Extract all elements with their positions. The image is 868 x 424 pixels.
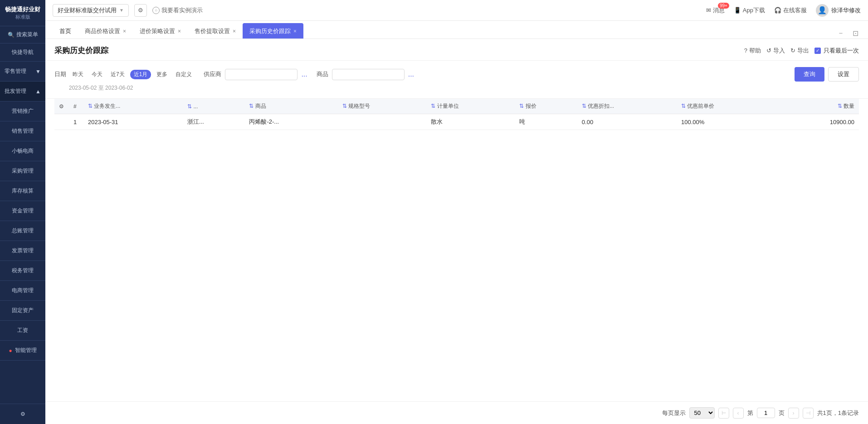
- date-btn-more[interactable]: 更多: [154, 70, 170, 79]
- sort-up-icon: ⇅: [249, 103, 254, 109]
- sidebar-item-inventory[interactable]: 库存核算: [0, 181, 45, 201]
- date-btn-last1month[interactable]: 近1月: [130, 70, 151, 79]
- app-download-btn[interactable]: 📱 App下载: [734, 6, 765, 14]
- only-last-label: 只看最后一次: [824, 47, 859, 55]
- sidebar-item-wholesale[interactable]: 批发管理 ▲: [0, 82, 45, 101]
- sidebar-item-purchase[interactable]: 采购管理: [0, 161, 45, 181]
- minimize-btn[interactable]: －: [835, 28, 846, 39]
- tab-price[interactable]: 商品价格设置 ×: [78, 23, 133, 39]
- supplier-dots-btn[interactable]: ...: [301, 70, 307, 78]
- tab-history-price-label: 采购历史价跟踪: [249, 27, 291, 35]
- sidebar-item-retail[interactable]: 零售管理 ▼: [0, 62, 45, 82]
- goods-dots-btn[interactable]: ...: [408, 70, 414, 78]
- col-pre-discount-price[interactable]: ⇅ 优惠前单价: [677, 99, 778, 114]
- import-btn[interactable]: ↺ 导入: [766, 47, 785, 55]
- row-pre-discount-price: 10900.00: [778, 114, 859, 130]
- row-settings-cell[interactable]: [54, 114, 69, 130]
- sidebar-item-sales[interactable]: 销售管理: [0, 121, 45, 141]
- date-label: 日期: [54, 70, 66, 78]
- first-page-btn[interactable]: ⊢: [718, 408, 729, 419]
- query-button[interactable]: 查询: [795, 67, 824, 82]
- search-icon: 🔍: [8, 32, 15, 38]
- tabbar: 首页 商品价格设置 × 进价策略设置 × 售价提取设置 × 采购历史价跟踪 × …: [45, 21, 868, 39]
- checkbox-box: ✓: [814, 48, 821, 54]
- sidebar: 畅捷通好业财 标准版 🔍 搜索菜单 快捷导航 零售管理 ▼ 批发管理 ▲ 营销推…: [0, 0, 45, 424]
- settings-button[interactable]: 设置: [828, 67, 859, 82]
- date-btn-yesterday[interactable]: 昨天: [70, 70, 86, 79]
- sidebar-item-finance[interactable]: 资金管理: [0, 201, 45, 221]
- tab-sale-strategy[interactable]: 售价提取设置 ×: [188, 23, 243, 39]
- table-container: ⚙ # ⇅ 业务发生... ⇅ ...: [45, 99, 868, 401]
- row-date: 2023-05-31: [83, 114, 183, 130]
- row-unit: 散水: [426, 114, 515, 130]
- tab-purchase-strategy-close[interactable]: ×: [178, 28, 181, 34]
- supplier-input[interactable]: [225, 69, 297, 80]
- last-page-btn[interactable]: ⊣: [803, 408, 814, 419]
- col-quantity[interactable]: ⇅ 数量: [778, 99, 859, 114]
- prev-page-btn[interactable]: ‹: [733, 408, 744, 419]
- only-last-checkbox[interactable]: ✓ 只看最后一次: [814, 47, 859, 55]
- sidebar-item-quicknav[interactable]: 快捷导航: [0, 43, 45, 62]
- sort-up-icon: ⇅: [342, 103, 347, 109]
- messages-btn[interactable]: ✉ 消息 99+: [706, 6, 725, 14]
- goods-input[interactable]: [332, 69, 405, 80]
- date-btn-custom[interactable]: 自定义: [173, 70, 195, 79]
- sidebar-item-marketing[interactable]: 营销推广: [0, 101, 45, 121]
- per-page-select[interactable]: 50 10 20 100: [689, 407, 715, 419]
- col-goods[interactable]: ⇅ 商品: [244, 99, 338, 114]
- sidebar-item-ledger[interactable]: 总账管理: [0, 221, 45, 241]
- gear-icon[interactable]: ⚙: [59, 103, 64, 110]
- sidebar-item-tax[interactable]: 税务管理: [0, 261, 45, 281]
- date-btn-today[interactable]: 今天: [89, 70, 105, 79]
- date-btn-last7[interactable]: 近7天: [108, 70, 127, 79]
- phone-icon: 📱: [734, 7, 741, 14]
- online-service-btn[interactable]: 🎧 在线客服: [774, 6, 807, 14]
- main-area: 好业财标准版交付试用 ▼ ⚙ ○ 我要看实例演示 ✉ 消息 99+ 📱 App下…: [45, 0, 868, 424]
- sidebar-logo: 畅捷通好业财 标准版: [0, 0, 45, 26]
- tab-sale-strategy-close[interactable]: ×: [233, 28, 236, 34]
- col-price[interactable]: ⇅ 报价: [515, 99, 577, 114]
- sidebar-item-label: 销售管理: [12, 127, 34, 135]
- col-spec[interactable]: ⇅ 规格型号: [338, 99, 426, 114]
- sidebar-settings-btn[interactable]: ⚙: [0, 404, 45, 424]
- sidebar-item-label: 智能管理: [15, 347, 37, 354]
- sidebar-search-label: 搜索菜单: [16, 31, 38, 39]
- topbar: 好业财标准版交付试用 ▼ ⚙ ○ 我要看实例演示 ✉ 消息 99+ 📱 App下…: [45, 0, 868, 21]
- next-page-btn[interactable]: ›: [788, 408, 799, 419]
- sidebar-item-payroll[interactable]: 工资: [0, 321, 45, 341]
- sort-up-icon: ⇅: [187, 103, 192, 110]
- user-menu[interactable]: 👤 徐泽华修改: [816, 4, 861, 17]
- sidebar-item-ecommerce[interactable]: 电商管理: [0, 281, 45, 301]
- sidebar-item-label: 营销推广: [12, 107, 34, 115]
- version-selector[interactable]: 好业财标准版交付试用 ▼: [53, 4, 129, 17]
- sidebar-item-label: 资金管理: [12, 207, 34, 215]
- filter-area: 日期 昨天 今天 近7天 近1月 更多 自定义 供应商 ...: [45, 61, 868, 99]
- topbar-settings-btn[interactable]: ⚙: [134, 4, 147, 17]
- help-btn[interactable]: ? 帮助: [744, 47, 761, 55]
- chevron-up-icon: ▲: [35, 88, 41, 95]
- filter-date-item: 日期 昨天 今天 近7天 近1月 更多 自定义: [54, 70, 195, 79]
- sidebar-item-invoice[interactable]: 发票管理: [0, 241, 45, 261]
- tab-history-price-close[interactable]: ×: [293, 28, 297, 34]
- col-date[interactable]: ⇅ 业务发生...: [83, 99, 183, 114]
- demo-circle-icon: ○: [152, 7, 160, 14]
- export-label: 导出: [797, 47, 809, 55]
- tab-home[interactable]: 首页: [53, 23, 78, 39]
- col-discount[interactable]: ⇅ 优惠折扣...: [577, 99, 677, 114]
- maximize-btn[interactable]: ⊡: [850, 28, 861, 39]
- page-input[interactable]: [757, 408, 775, 418]
- tab-price-close[interactable]: ×: [123, 28, 126, 34]
- tab-purchase-strategy[interactable]: 进价策略设置 ×: [133, 23, 188, 39]
- sidebar-item-ecommerce-small[interactable]: 小畅电商: [0, 141, 45, 161]
- col-extra[interactable]: ⇅ ...: [183, 99, 244, 114]
- sidebar-item-assets[interactable]: 固定资产: [0, 301, 45, 321]
- export-btn[interactable]: ↻ 导出: [790, 47, 809, 55]
- page-title: 采购历史价跟踪: [54, 45, 108, 56]
- tab-history-price[interactable]: 采购历史价跟踪 ×: [243, 23, 303, 39]
- col-unit[interactable]: ⇅ 计量单位: [426, 99, 515, 114]
- content-area: 采购历史价跟踪 ? 帮助 ↺ 导入 ↻ 导出: [45, 39, 868, 424]
- demo-link[interactable]: ○ 我要看实例演示: [152, 6, 203, 14]
- sidebar-item-smart[interactable]: ● 智能管理: [0, 341, 45, 361]
- sidebar-search[interactable]: 🔍 搜索菜单: [0, 26, 45, 43]
- sort-up-icon: ⇅: [681, 103, 686, 109]
